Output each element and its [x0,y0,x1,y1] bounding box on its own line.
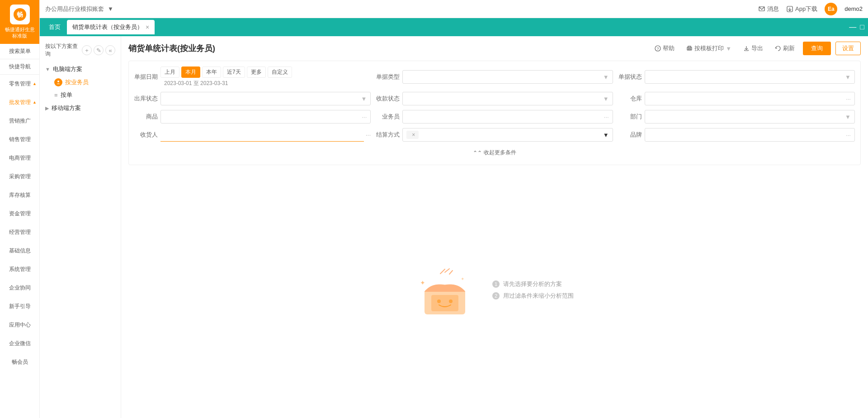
goods-label: 商品 [134,113,158,121]
sidebar-item-corp-wechat[interactable]: 企业微信 [0,334,39,353]
left-panel-header: 按以下方案查询 + ✎ « [40,40,121,61]
sidebar-item-inventory[interactable]: 库存核算 [0,186,39,204]
filter-area: 单据日期 上月 本月 本年 近7天 更多 自定义 2023-03-01 至 20… [128,61,861,165]
filter-settlement-cell: 结算方式 × ▼ [376,128,613,142]
salesperson-label: 业务员 [376,113,400,121]
by-salesperson-label: 按业务员 [65,78,89,86]
settlement-select[interactable]: × ▼ [402,128,613,142]
order-icon: ≡ [54,92,58,99]
sidebar-item-wholesale[interactable]: 批发管理 [0,93,39,112]
sidebar-item-apps[interactable]: 应用中心 [0,316,39,334]
message-btn[interactable]: 消息 [758,5,779,13]
date-btn-last-month[interactable]: 上月 [160,66,179,78]
collapse-btn[interactable]: ⌃⌃ 收起更多条件 [470,146,519,159]
message-icon [758,5,765,13]
tree-collapse-icon: ▶ [45,105,49,111]
user-label[interactable]: demo2 [844,5,863,12]
tree-desktop-item[interactable]: ▼ 电脑端方案 [40,62,121,76]
sidebar-item-finance[interactable]: 资金管理 [0,204,39,223]
avatar[interactable]: Ea [825,3,837,15]
help-icon: ? [655,45,661,52]
topbar: 办公用品行业模拟账套 ▼ 消息 App下载 Ea [40,0,868,18]
sidebar-nav: 零售管理 批发管理 营销推广 销售管理 电商管理 采购管理 库存核算 资金管理 … [0,75,39,418]
tree-mobile-item[interactable]: ▶ 移动端方案 [40,101,121,115]
edit-scheme-btn[interactable]: ✎ [94,45,104,55]
sidebar-item-member[interactable]: 畅会员 [0,353,39,371]
maximize-btn[interactable]: □ [860,23,864,31]
sidebar-item-system[interactable]: 系统管理 [0,260,39,279]
date-btn-this-year[interactable]: 本年 [202,66,221,78]
topbar-right: 消息 App下载 Ea demo2 [758,3,863,15]
doc-status-label: 单据状态 [618,73,642,81]
refresh-btn[interactable]: 刷新 [771,43,798,54]
department-select[interactable]: ▼ [645,110,855,124]
goods-select[interactable]: ··· [160,110,371,124]
doc-status-select[interactable]: ▼ [645,70,855,84]
settings-btn[interactable]: 设置 [835,42,861,55]
tab-sales-stats[interactable]: 销货单统计表（按业务员） × [67,20,155,34]
print-dropdown-icon[interactable]: ▼ [726,45,731,52]
tree-by-salesperson[interactable]: 按业务员 [40,76,121,89]
help-btn[interactable]: ? 帮助 [651,43,678,54]
tab-home[interactable]: 首页 [43,20,66,34]
sidebar-item-enterprise[interactable]: 企业协同 [0,279,39,297]
collapse-row: ⌃⌃ 收起更多条件 [134,146,855,159]
collapse-panel-btn[interactable]: « [105,45,115,55]
print-btn[interactable]: 按模板打印 ▼ [683,43,735,54]
logo-text: 畅捷通好生意标准版 [5,26,35,39]
filter-doc-type-cell: 单据类型 ▼ [376,66,613,87]
left-panel: 按以下方案查询 + ✎ « ▼ 电脑端方案 [40,36,121,418]
sidebar-search[interactable]: 搜索菜单 [0,44,39,59]
sidebar-item-purchase[interactable]: 采购管理 [0,167,39,186]
person-icon [56,80,61,85]
sidebar-item-label: 资金管理 [9,210,31,218]
date-btn-custom[interactable]: 自定义 [268,66,292,78]
tab-close-icon[interactable]: × [146,24,149,31]
query-btn[interactable]: 查询 [803,42,831,55]
export-btn[interactable]: 导出 [740,43,767,54]
export-label: 导出 [751,44,763,52]
warehouse-label: 仓库 [618,95,642,103]
sidebar-quick-nav[interactable]: 快捷导航 [0,59,39,75]
warehouse-select[interactable]: ··· [645,92,855,105]
settlement-tag-close[interactable]: × [412,132,415,138]
date-btn-more[interactable]: 更多 [247,66,266,78]
date-btn-this-month[interactable]: 本月 [181,66,200,78]
department-arrow-icon: ▼ [845,114,851,120]
sidebar-item-newbie[interactable]: 新手引导 [0,297,39,316]
date-btn-group: 上月 本月 本年 近7天 更多 自定义 [160,66,371,78]
sidebar-item-label: 经营管理 [9,228,31,236]
sidebar-item-sales[interactable]: 销售管理 [0,130,39,149]
brand-select[interactable]: ··· [645,128,855,142]
consignee-dots[interactable]: ··· [366,131,371,138]
doc-type-label: 单据类型 [376,73,400,81]
sidebar-item-ecommerce[interactable]: 电商管理 [0,149,39,167]
minimize-btn[interactable]: — [849,23,856,31]
doc-type-select[interactable]: ▼ [402,70,613,84]
settlement-tag: × [406,131,419,139]
date-btn-7days[interactable]: 近7天 [223,66,245,78]
out-status-select[interactable]: ▼ [160,92,371,105]
sidebar-item-marketing[interactable]: 营销推广 [0,112,39,130]
salesperson-select[interactable]: ··· [402,110,613,124]
sidebar-item-retail[interactable]: 零售管理 [0,75,39,93]
svg-text:✦: ✦ [420,279,425,286]
app-download-btn[interactable]: App下载 [786,5,817,13]
sidebar-item-basics[interactable]: 基础信息 [0,242,39,260]
filter-out-status-cell: 出库状态 ▼ [134,92,371,105]
sidebar-item-operations[interactable]: 经营管理 [0,223,39,242]
svg-rect-16 [431,295,458,311]
receipt-status-select[interactable]: ▼ [402,92,613,105]
add-scheme-btn[interactable]: + [82,45,92,55]
print-label: 按模板打印 [694,44,724,52]
topbar-dropdown[interactable]: ▼ [108,5,113,12]
empty-hint-2: 2 用过滤条件来缩小分析范围 [492,292,574,300]
collapse-up-icon: ⌃⌃ [473,150,482,156]
receipt-status-label: 收款状态 [376,95,400,103]
export-icon [743,45,750,52]
sidebar-item-label: 销售管理 [9,136,31,143]
logo[interactable]: 畅 畅捷通好生意标准版 [0,0,39,44]
warehouse-dots-icon: ··· [846,95,851,102]
tree-by-order[interactable]: ≡ 按单 [40,89,121,101]
consignee-input[interactable] [160,128,364,142]
